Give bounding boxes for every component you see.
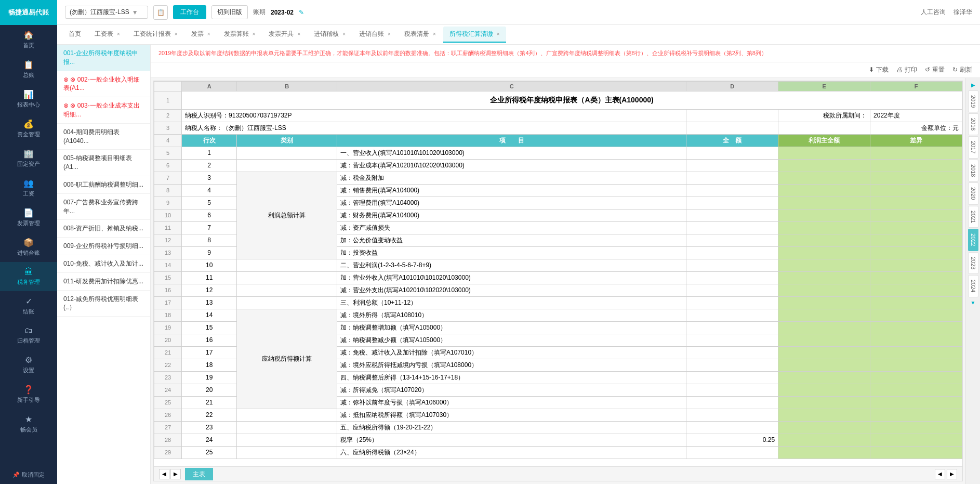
tab-close-icon[interactable]: ×	[175, 31, 178, 37]
year-item-2022[interactable]: 2022	[968, 229, 978, 251]
period-switch-button[interactable]: 切到旧版	[211, 5, 248, 19]
left-panel-item-010[interactable]: 010-免税、减计收入及加计...	[57, 255, 150, 273]
refresh-button[interactable]: ↻ 刷新	[952, 66, 972, 74]
year-panel: ▶201920162017201820202021202220232024▼	[965, 78, 980, 485]
nav-left-arrow[interactable]: ◀	[159, 469, 169, 479]
tab-close-icon[interactable]: ×	[207, 31, 210, 37]
tab-工资统计报表[interactable]: 工资统计报表×	[127, 27, 184, 43]
tab-bar: 首页工资表×工资统计报表×发票×发票算账×发票开具×进销稽核×进销台账×税表清册…	[57, 25, 980, 45]
year-item-2017[interactable]: 2017	[968, 136, 978, 158]
year-item-2023[interactable]: 2023	[968, 252, 978, 274]
doc-icon[interactable]: 📋	[153, 5, 168, 20]
year-item-2020[interactable]: 2020	[968, 182, 978, 204]
tab-进销稽核[interactable]: 进销稽核×	[308, 27, 352, 43]
tab-close-icon[interactable]: ×	[433, 31, 436, 37]
sidebar-item-发票管理[interactable]: 📄发票管理	[0, 203, 57, 232]
username[interactable]: 徐泽华	[953, 8, 972, 17]
left-panel-item-002[interactable]: ⊗ 002-一般企业收入明细表(A1...	[57, 71, 150, 98]
sidebar-unpin[interactable]: 📌 取消固定	[0, 466, 57, 484]
table-row: 1410二、营业利润(1-2-3-4-5-6-7-8+9)	[154, 259, 962, 271]
sidebar-item-畅会员[interactable]: ★畅会员	[0, 409, 57, 439]
company-name: (勿删）江西服宝-LSS	[70, 8, 129, 17]
tab-进销台账[interactable]: 进销台账×	[353, 27, 397, 43]
app-logo: 畅捷通易代账	[0, 0, 57, 25]
left-panel-item-004[interactable]: 004-期间费用明细表(A1040...	[57, 124, 150, 150]
scroll-left-btn[interactable]: ◀	[935, 469, 945, 479]
download-button[interactable]: ⬇ 下载	[869, 66, 889, 74]
sidebar-item-固定资产[interactable]: 🏢固定资产	[0, 143, 57, 173]
left-panel-item-001[interactable]: 001-企业所得税年度纳税申报...	[57, 45, 150, 71]
sidebar-item-进销台账[interactable]: 📦进销台账	[0, 232, 57, 262]
year-item-2024[interactable]: 2024	[968, 275, 978, 297]
left-panel-item-003[interactable]: ⊗ 003-一般企业成本支出明细...	[57, 97, 150, 124]
table-row: 1814应纳税所得额计算减：境外所得（填写A108010）	[154, 309, 962, 321]
tab-税表清册[interactable]: 税表清册×	[398, 27, 442, 43]
left-panel: 001-企业所得税年度纳税申报...⊗ 002-一般企业收入明细表(A1...⊗…	[57, 45, 151, 484]
company-dropdown-arrow: ▼	[132, 9, 138, 16]
tab-close-icon[interactable]: ×	[388, 31, 391, 37]
sidebar-item-归档管理[interactable]: 🗂归档管理	[0, 321, 57, 350]
sidebar-item-结账[interactable]: ✓结账	[0, 291, 57, 321]
tab-close-icon[interactable]: ×	[497, 31, 500, 37]
col-header-3: 全 额	[686, 134, 778, 147]
sidebar-item-报表中心[interactable]: 📊报表中心	[0, 84, 57, 114]
table-row: 2622减：抵扣应纳税所得额（填写A107030）	[154, 409, 962, 421]
left-panel-item-012[interactable]: 012-减免所得税优惠明细表(..）	[57, 291, 150, 317]
bottom-tab-bar: ◀ ▶ 主表 ◀ ▶	[154, 466, 962, 481]
tab-发票算账[interactable]: 发票算账×	[218, 27, 262, 43]
col-header-A: A	[182, 81, 237, 91]
period-edit-icon[interactable]: ✎	[299, 9, 304, 16]
spreadsheet-container[interactable]: ABCDEF1企业所得税年度纳税申报表（A类）主表(A100000)2纳税人识别…	[154, 81, 962, 467]
col-header-5: 差异	[870, 134, 962, 147]
spreadsheet-wrapper: ABCDEF1企业所得税年度纳税申报表（A类）主表(A100000)2纳税人识别…	[153, 81, 963, 482]
sidebar-item-总账[interactable]: 📋总账	[0, 55, 57, 84]
tab-首页[interactable]: 首页	[62, 27, 87, 43]
table-row: 2824税率（25%）0.25	[154, 434, 962, 446]
download-icon: ⬇	[869, 66, 874, 73]
refresh-icon: ↻	[952, 66, 958, 73]
year-item-2018[interactable]: 2018	[968, 160, 978, 181]
table-row: 2723五、应纳税所得额（19-20-21-22）	[154, 421, 962, 434]
print-button[interactable]: 🖨 打印	[896, 66, 917, 74]
sidebar-item-首页[interactable]: 🏠首页	[0, 25, 57, 55]
year-item-2019[interactable]: 2019	[968, 90, 978, 112]
period-label: 账期	[253, 8, 266, 17]
workspace-button[interactable]: 工作台	[173, 5, 206, 19]
tab-发票开具[interactable]: 发票开具×	[262, 27, 307, 43]
sidebar-item-税务管理[interactable]: 🏛税务管理	[0, 262, 57, 291]
sidebar-item-设置[interactable]: ⚙设置	[0, 350, 57, 380]
company-selector[interactable]: (勿删）江西服宝-LSS ▼	[65, 6, 148, 19]
year-panel-expand-bottom[interactable]: ▼	[969, 298, 977, 307]
year-item-2021[interactable]: 2021	[968, 206, 978, 228]
tab-close-icon[interactable]: ×	[117, 31, 120, 37]
user-service[interactable]: 人工咨询	[921, 8, 946, 17]
left-panel-item-005[interactable]: 005-纳税调整项目明细表(A1...	[57, 150, 150, 176]
sheet-nav-arrows: ◀ ▶	[159, 469, 181, 479]
tab-工资表[interactable]: 工资表×	[88, 27, 126, 43]
reset-button[interactable]: ↺ 重置	[925, 66, 945, 74]
sheet-tab-main[interactable]: 主表	[185, 468, 213, 480]
year-panel-expand-top[interactable]: ▶	[970, 81, 977, 89]
nav-right-arrow[interactable]: ▶	[170, 469, 181, 479]
sidebar-item-资金管理[interactable]: 💰资金管理	[0, 114, 57, 143]
sidebar-item-工资[interactable]: 👥工资	[0, 173, 57, 203]
tab-close-icon[interactable]: ×	[342, 31, 346, 37]
year-item-2016[interactable]: 2016	[968, 113, 978, 135]
tab-所得税汇算清缴[interactable]: 所得税汇算清缴×	[443, 27, 506, 43]
sidebar-item-新手引导[interactable]: ❓新手引导	[0, 380, 57, 409]
left-panel-item-007[interactable]: 007-广告费和业务宣传费跨年...	[57, 194, 150, 220]
tab-发票[interactable]: 发票×	[185, 27, 217, 43]
table-row: 73利润总额计算减：税金及附加	[154, 172, 962, 184]
tab-close-icon[interactable]: ×	[253, 31, 256, 37]
left-panel-item-009[interactable]: 009-企业所得税补亏损明细...	[57, 238, 150, 255]
tab-close-icon[interactable]: ×	[297, 31, 300, 37]
table-row: 1企业所得税年度纳税申报表（A类）主表(A100000)	[154, 91, 962, 109]
table-row: 2925六、应纳所得税额（23×24）	[154, 446, 962, 459]
warning-text: 2019年度步及取以前年度结转数据的申报表单元格需要手工维护正确，才能保证本年及…	[158, 50, 767, 56]
left-panel-item-011[interactable]: 011-研发费用加计扣除优惠...	[57, 273, 150, 291]
left-panel-item-008[interactable]: 008-资产折旧、摊销及纳税...	[57, 220, 150, 238]
left-panel-item-006[interactable]: 006-职工薪酬纳税调整明细...	[57, 176, 150, 194]
sidebar: 畅捷通易代账 🏠首页📋总账📊报表中心💰资金管理🏢固定资产👥工资📄发票管理📦进销台…	[0, 0, 57, 484]
right-content: 2019年度步及取以前年度结转数据的申报表单元格需要手工维护正确，才能保证本年及…	[151, 45, 980, 484]
scroll-right-btn[interactable]: ▶	[947, 469, 957, 479]
